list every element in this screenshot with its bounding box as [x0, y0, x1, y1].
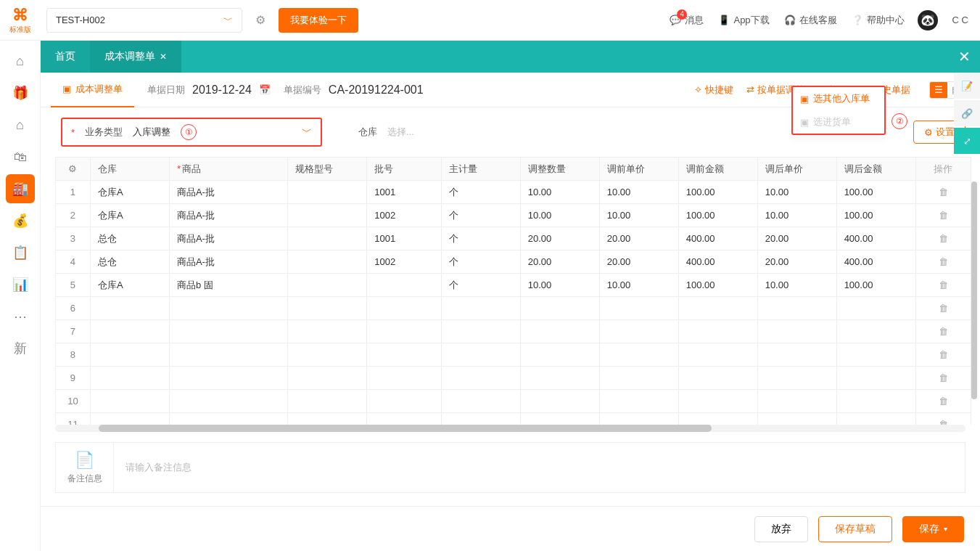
annotation-2: ② [892, 113, 907, 129]
business-type-select[interactable]: * 业务类型 入库调整 ① ﹀ [61, 118, 322, 147]
gear-icon: ⚙ [924, 127, 933, 138]
col-amt-before: 调前金额 [678, 158, 757, 181]
table-row[interactable]: 1仓库A商品A-批1001个10.0010.00100.0010.00100.0… [56, 181, 971, 204]
message-badge: 4 [677, 9, 687, 20]
tabbar-close-icon[interactable]: ✕ [948, 41, 980, 73]
support-link[interactable]: 🎧在线客服 [784, 14, 837, 27]
dropdown-purchase: ▣选进货单 [793, 110, 884, 134]
help-icon: ❔ [852, 15, 863, 25]
col-qty: 调整数量 [520, 158, 599, 181]
data-table: ⚙ 仓库 商品 规格型号 批号 主计量 调整数量 调前单价 调前金额 调后单价 … [55, 157, 971, 425]
delete-icon[interactable]: 🗑 [915, 413, 971, 425]
footer-actions: 放弃 保存草稿 保存 ▾ [41, 506, 980, 551]
nav-doc-icon[interactable]: 📋 [6, 238, 35, 267]
doc-icon: ▣ [800, 117, 809, 128]
rail-expand-icon[interactable]: ⤢ [954, 128, 980, 154]
table-row-empty[interactable]: 9🗑 [56, 367, 971, 390]
col-uom: 主计量 [441, 158, 520, 181]
remark-input[interactable]: 请输入备注信息 [114, 461, 965, 474]
source-doc-dropdown: ▣选其他入库单 ▣选进货单 [791, 86, 886, 135]
nav-new-icon[interactable]: 新 [6, 334, 35, 363]
rail-link-icon[interactable]: 🔗 [954, 100, 980, 126]
col-price-before: 调前单价 [599, 158, 678, 181]
app-download-link[interactable]: 📱App下载 [718, 14, 769, 27]
nav-dots-icon[interactable]: ⋯ [6, 302, 35, 331]
table-row-empty[interactable]: 7🗑 [56, 320, 971, 343]
table-row[interactable]: 3总仓商品A-批1001个20.0020.00400.0020.00400.00… [56, 227, 971, 250]
avatar[interactable]: 🐼 [918, 10, 938, 30]
remark-section: 📄 备注信息 请输入备注信息 [55, 442, 965, 493]
col-price-after: 调后单价 [757, 158, 836, 181]
rail-note-icon[interactable]: 📝 [954, 73, 980, 99]
table-header-row: ⚙ 仓库 商品 规格型号 批号 主计量 调整数量 调前单价 调前金额 调后单价 … [56, 158, 971, 181]
required-star: * [71, 127, 75, 138]
col-op: 操作 [915, 158, 971, 181]
messages-link[interactable]: 💬 消息 4 [670, 14, 704, 27]
headset-icon: 🎧 [784, 15, 796, 25]
delete-icon[interactable]: 🗑 [915, 320, 971, 343]
nav-house2-icon[interactable]: ⌂ [6, 110, 35, 139]
delete-icon[interactable]: 🗑 [915, 367, 971, 390]
nav-money-icon[interactable]: 💰 [6, 206, 35, 235]
save-button[interactable]: 保存 ▾ [902, 516, 964, 542]
logo-edition: 标准版 [9, 25, 31, 35]
gear-icon[interactable]: ⚙ [255, 13, 265, 27]
col-amt-after: 调后金额 [836, 158, 915, 181]
view-list-icon[interactable]: ☰ [930, 82, 947, 98]
doc-no-value: CA-20191224-001 [329, 83, 424, 97]
shortcut-link[interactable]: ✧快捷键 [694, 83, 733, 97]
subtab-cost-adjust[interactable]: ▣ 成本调整单 [51, 73, 134, 107]
dropdown-other-inbound[interactable]: ▣选其他入库单 [793, 87, 884, 110]
save-draft-button[interactable]: 保存草稿 [818, 516, 892, 542]
delete-icon[interactable]: 🗑 [915, 204, 971, 227]
table-row[interactable]: 5仓库A商品b 固个10.0010.00100.0010.00100.00🗑 [56, 274, 971, 297]
abandon-button[interactable]: 放弃 [754, 516, 808, 542]
note-icon: 📄 [75, 451, 94, 470]
table-row-empty[interactable]: 10🗑 [56, 390, 971, 413]
delete-icon[interactable]: 🗑 [915, 390, 971, 413]
link-icon: ⇄ [746, 84, 754, 95]
delete-icon[interactable]: 🗑 [915, 181, 971, 204]
user-name[interactable]: C C [952, 15, 968, 25]
logo[interactable]: ⌘ 标准版 [0, 6, 41, 35]
table-row-empty[interactable]: 6🗑 [56, 297, 971, 320]
experience-button[interactable]: 我要体验一下 [279, 8, 358, 33]
nav-report-icon[interactable]: 📊 [6, 270, 35, 299]
tab-home[interactable]: 首页 [41, 41, 90, 73]
nav-gift-icon[interactable]: 🎁 [6, 78, 35, 107]
col-gear[interactable]: ⚙ [56, 158, 91, 181]
form-row: * 业务类型 入库调整 ① ﹀ 仓库 选择... ⚙设置 ▣选其他入库单 ▣选进… [41, 107, 980, 157]
right-rail: 📝 🔗 ⤢ [954, 73, 980, 154]
org-name: TEST-H002 [56, 15, 105, 25]
org-selector[interactable]: TEST-H002 ﹀ [46, 8, 242, 33]
doc-date-value[interactable]: 2019-12-24 [192, 83, 252, 97]
table-row[interactable]: 2仓库A商品A-批1002个10.0010.00100.0010.00100.0… [56, 204, 971, 227]
warehouse-select[interactable]: 仓库 选择... [358, 126, 414, 139]
tab-cost-adjust[interactable]: 成本调整单 ✕ [90, 41, 181, 73]
vertical-scrollbar[interactable] [971, 181, 977, 396]
nav-home-icon[interactable]: ⌂ [6, 46, 35, 75]
close-icon[interactable]: ✕ [160, 52, 167, 62]
nav-bag-icon[interactable]: 🛍 [6, 142, 35, 171]
delete-icon[interactable]: 🗑 [915, 250, 971, 274]
delete-icon[interactable]: 🗑 [915, 274, 971, 297]
col-spec: 规格型号 [288, 158, 367, 181]
calendar-icon[interactable]: 📅 [259, 84, 271, 95]
nav-warehouse-icon[interactable]: 🏭 [6, 174, 35, 203]
delete-icon[interactable]: 🗑 [915, 297, 971, 320]
table-row[interactable]: 4总仓商品A-批1002个20.0020.00400.0020.00400.00… [56, 250, 971, 274]
table-row-empty[interactable]: 8🗑 [56, 343, 971, 367]
help-link[interactable]: ❔帮助中心 [852, 14, 905, 27]
phone-icon: 📱 [718, 15, 730, 25]
table-row-empty[interactable]: 11🗑 [56, 413, 971, 425]
col-batch: 批号 [367, 158, 441, 181]
page-tabbar: 首页 成本调整单 ✕ ✕ [41, 41, 980, 73]
delete-icon[interactable]: 🗑 [915, 343, 971, 367]
sidebar: ⌂ 🎁 ⌂ 🛍 🏭 💰 📋 📊 ⋯ 新 [0, 41, 41, 551]
chevron-down-icon: ▾ [944, 525, 947, 533]
chevron-down-icon: ﹀ [223, 14, 233, 27]
delete-icon[interactable]: 🗑 [915, 227, 971, 250]
spark-icon: ✧ [694, 84, 702, 95]
horizontal-scrollbar[interactable] [55, 425, 965, 432]
data-table-wrap: ⚙ 仓库 商品 规格型号 批号 主计量 调整数量 调前单价 调前金额 调后单价 … [41, 157, 980, 425]
